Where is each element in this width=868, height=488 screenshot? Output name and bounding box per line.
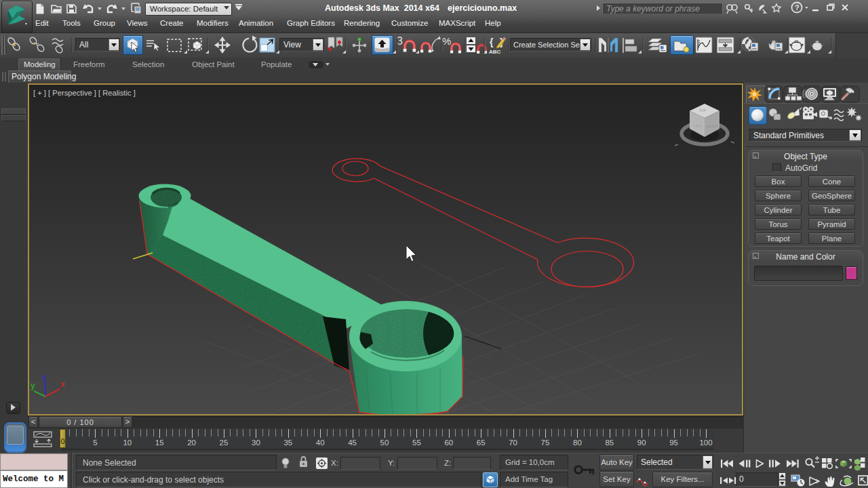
- svg-text:%: %: [442, 35, 451, 47]
- svg-text:TOP: TOP: [699, 108, 707, 113]
- svg-text:x: x: [60, 380, 65, 389]
- svg-text:ABC: ABC: [489, 49, 501, 55]
- svg-text:z: z: [42, 373, 46, 382]
- svg-text:LEFT: LEFT: [694, 123, 703, 128]
- svg-text:{: {: [490, 37, 494, 47]
- svg-text:[ + ] [ Perspective ] [ Realis: [ + ] [ Perspective ] [ Realistic ]: [33, 89, 136, 97]
- svg-text:y: y: [31, 381, 35, 390]
- svg-text:?: ?: [795, 3, 800, 12]
